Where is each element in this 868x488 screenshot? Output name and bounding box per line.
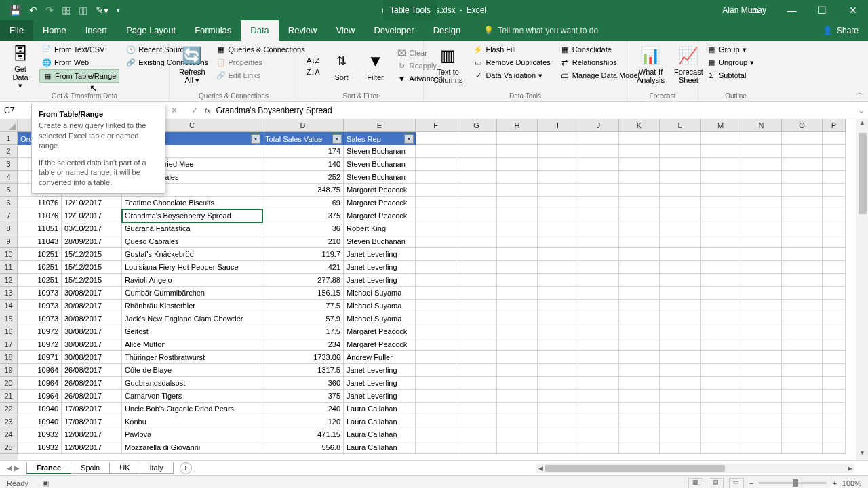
cell[interactable]: 30/08/2017 bbox=[62, 312, 122, 325]
cell[interactable] bbox=[701, 197, 741, 209]
cell[interactable]: 30/08/2017 bbox=[62, 287, 122, 300]
cell[interactable]: Geitost bbox=[122, 325, 262, 338]
cell[interactable] bbox=[578, 158, 619, 171]
cell[interactable] bbox=[538, 184, 578, 197]
cell[interactable] bbox=[497, 338, 538, 351]
cell[interactable] bbox=[619, 403, 660, 415]
cell[interactable]: 10973 bbox=[18, 287, 62, 300]
tab-developer[interactable]: Developer bbox=[364, 20, 423, 41]
cell[interactable] bbox=[456, 248, 497, 261]
cell[interactable] bbox=[701, 300, 741, 312]
cell[interactable]: 1733.06 bbox=[262, 351, 344, 364]
cell[interactable] bbox=[578, 377, 619, 390]
row-header[interactable]: 24 bbox=[0, 428, 18, 441]
cell[interactable] bbox=[578, 338, 619, 351]
cell[interactable]: Côte de Blaye bbox=[122, 364, 262, 377]
cell[interactable] bbox=[660, 351, 701, 364]
cell[interactable]: Rhönbräu Klosterbier bbox=[122, 300, 262, 312]
cell[interactable] bbox=[456, 197, 497, 209]
row-header[interactable]: 21 bbox=[0, 390, 18, 403]
cell[interactable] bbox=[578, 248, 619, 261]
scroll-thumb[interactable] bbox=[545, 465, 725, 472]
cell[interactable] bbox=[701, 351, 741, 364]
cell[interactable] bbox=[782, 209, 823, 222]
save-icon[interactable]: 💾 bbox=[9, 5, 21, 16]
cell[interactable] bbox=[456, 209, 497, 222]
cell[interactable] bbox=[456, 145, 497, 158]
cell[interactable]: 174 bbox=[262, 145, 344, 158]
remove-duplicates-button[interactable]: ▭Remove Duplicates bbox=[471, 56, 553, 68]
cell[interactable]: 10973 bbox=[18, 300, 62, 312]
sort-button[interactable]: ⇅Sort bbox=[327, 49, 357, 83]
cell[interactable] bbox=[416, 197, 456, 209]
cell[interactable] bbox=[660, 390, 701, 403]
view-page-break-icon[interactable]: ▭ bbox=[729, 478, 744, 489]
cell[interactable]: Carnarvon Tigers bbox=[122, 390, 262, 403]
cell[interactable] bbox=[619, 158, 660, 171]
cell[interactable] bbox=[538, 235, 578, 248]
what-if-button[interactable]: 📊What-If Analysis bbox=[633, 43, 669, 88]
cell[interactable]: 15/12/2015 bbox=[62, 274, 122, 287]
tab-formulas[interactable]: Formulas bbox=[185, 20, 241, 41]
cell[interactable] bbox=[741, 171, 782, 184]
cell[interactable] bbox=[701, 312, 741, 325]
filter-button[interactable]: ▼Filter bbox=[361, 49, 391, 83]
cell[interactable]: 10964 bbox=[18, 390, 62, 403]
cell[interactable] bbox=[619, 325, 660, 338]
cell[interactable] bbox=[619, 209, 660, 222]
cell[interactable]: Margaret Peacock bbox=[344, 209, 416, 222]
row-header[interactable]: 13 bbox=[0, 287, 18, 300]
cell[interactable] bbox=[416, 209, 456, 222]
row-header[interactable]: 14 bbox=[0, 300, 18, 312]
cell[interactable] bbox=[741, 441, 782, 454]
cell[interactable] bbox=[416, 325, 456, 338]
cell[interactable] bbox=[416, 338, 456, 351]
column-header[interactable]: N bbox=[741, 119, 782, 132]
cell[interactable] bbox=[456, 171, 497, 184]
name-box[interactable]: C7 bbox=[0, 106, 28, 115]
cell[interactable] bbox=[660, 428, 701, 441]
cell[interactable]: Michael Suyama bbox=[344, 287, 416, 300]
cell[interactable]: 10251 bbox=[18, 248, 62, 261]
table-header-cell[interactable]: Sales Rep▾ bbox=[344, 132, 416, 145]
cell[interactable] bbox=[823, 300, 846, 312]
column-header[interactable]: F bbox=[416, 119, 456, 132]
cell[interactable]: Ravioli Angelo bbox=[122, 274, 262, 287]
scroll-down-icon[interactable]: ▼ bbox=[856, 449, 868, 460]
cell[interactable]: 210 bbox=[262, 235, 344, 248]
column-header[interactable]: L bbox=[660, 119, 701, 132]
scroll-right-icon[interactable]: ▶ bbox=[845, 465, 854, 472]
cell[interactable] bbox=[823, 351, 846, 364]
cell[interactable] bbox=[701, 364, 741, 377]
row-header[interactable]: 4 bbox=[0, 171, 18, 184]
sheet-tab-uk[interactable]: UK bbox=[109, 462, 140, 474]
cell[interactable] bbox=[578, 300, 619, 312]
cell[interactable] bbox=[701, 274, 741, 287]
cell[interactable]: 348.75 bbox=[262, 184, 344, 197]
cell[interactable] bbox=[416, 287, 456, 300]
cell[interactable] bbox=[741, 415, 782, 428]
cell[interactable] bbox=[497, 171, 538, 184]
cell[interactable] bbox=[741, 248, 782, 261]
cell[interactable]: 10940 bbox=[18, 403, 62, 415]
cell[interactable] bbox=[741, 222, 782, 235]
cell[interactable] bbox=[782, 274, 823, 287]
cell[interactable]: Thüringer Rostbratwurst bbox=[122, 351, 262, 364]
cell[interactable] bbox=[538, 158, 578, 171]
cell[interactable] bbox=[741, 184, 782, 197]
formula-value[interactable]: Grandma's Boysenberry Spread bbox=[216, 106, 854, 115]
cell[interactable] bbox=[416, 351, 456, 364]
cell[interactable]: Gustaf's Knäckebröd bbox=[122, 248, 262, 261]
collapse-ribbon-icon[interactable]: ︿ bbox=[856, 87, 864, 98]
cell[interactable]: 10251 bbox=[18, 261, 62, 274]
cell[interactable]: 277.88 bbox=[262, 274, 344, 287]
cell[interactable] bbox=[416, 364, 456, 377]
cell[interactable] bbox=[823, 338, 846, 351]
cell[interactable]: Pavlova bbox=[122, 428, 262, 441]
cell[interactable] bbox=[619, 364, 660, 377]
cell[interactable] bbox=[619, 184, 660, 197]
cell[interactable] bbox=[660, 222, 701, 235]
cell[interactable]: 17/08/2017 bbox=[62, 403, 122, 415]
cell[interactable] bbox=[619, 377, 660, 390]
cell[interactable] bbox=[416, 235, 456, 248]
